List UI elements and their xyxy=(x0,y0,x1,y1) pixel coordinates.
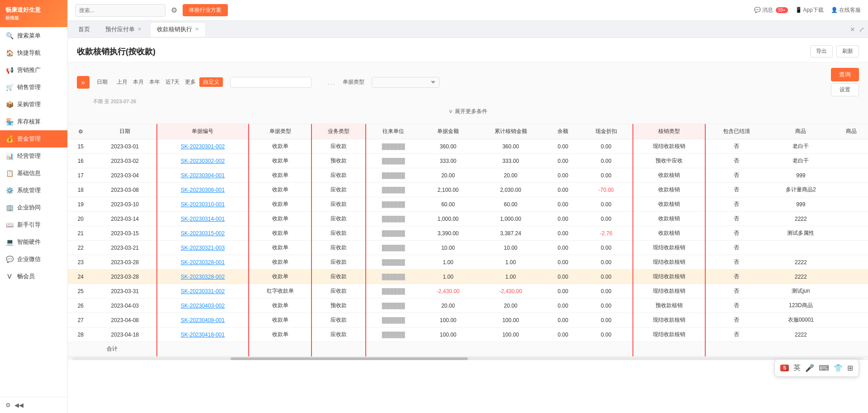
sidebar-label-enterprise: 企业协同 xyxy=(17,204,41,212)
collapse-icon[interactable]: ◀◀ xyxy=(14,402,24,408)
cell-partner: ██████ xyxy=(366,197,421,212)
cell-write-off-type: 收款核销 xyxy=(633,197,705,212)
sidebar-item-enterprise[interactable]: 🏢 企业协同 xyxy=(0,199,67,216)
bill-no-link[interactable]: SK-20230315-002 xyxy=(181,230,225,237)
tab-maximize-icon[interactable]: ⤢ xyxy=(859,26,864,33)
refresh-button[interactable]: 刷新 xyxy=(836,45,859,57)
cell-product2 xyxy=(834,313,868,328)
bill-no-link[interactable]: SK-20230403-002 xyxy=(181,303,225,309)
bill-no-link[interactable]: SK-20230328-002 xyxy=(181,274,225,280)
cell-date: 2023-03-04 xyxy=(94,168,157,183)
tab-collection-close[interactable]: ✕ xyxy=(195,26,199,32)
floating-translate-icon[interactable]: 英 xyxy=(793,363,801,373)
date-btn-more[interactable]: 更多 xyxy=(183,77,198,87)
cell-biz-type: 应收款 xyxy=(311,139,365,154)
tab-payable[interactable]: 预付应付单 ✕ xyxy=(99,22,148,37)
sidebar-item-system[interactable]: ⚙️ 系统管理 xyxy=(0,182,67,199)
cell-no: 19 xyxy=(68,197,94,212)
cell-date: 2023-03-21 xyxy=(94,241,157,255)
app-download-link[interactable]: 📱 App下载 xyxy=(795,6,824,14)
sidebar-item-sales[interactable]: 🛒 销售管理 xyxy=(0,79,67,96)
sidebar-item-search[interactable]: 🔍 搜索菜单 xyxy=(0,27,67,44)
cell-bill-no: SK-20230315-002 xyxy=(157,226,249,241)
notification-area[interactable]: 💬 消息 99+ xyxy=(754,6,788,14)
cell-product2 xyxy=(834,212,868,226)
cell-accum: 1.00 xyxy=(475,270,546,284)
sidebar-label-inventory: 库存核算 xyxy=(17,118,41,126)
cell-balance: 0.00 xyxy=(546,313,580,328)
bill-no-link[interactable]: SK-20230418-001 xyxy=(181,332,225,338)
topbar-search-input[interactable] xyxy=(75,4,165,17)
cell-partner: ██████ xyxy=(366,284,421,299)
sidebar-item-basic[interactable]: 📋 基础信息 xyxy=(0,165,67,182)
bill-no-link[interactable]: SK-20230304-001 xyxy=(181,172,225,179)
sidebar-item-finance[interactable]: 💰 资金管理 xyxy=(0,130,67,147)
date-btn-this-year[interactable]: 本年 xyxy=(147,77,162,87)
cell-date: 2023-03-28 xyxy=(94,255,157,270)
sidebar-item-hardware[interactable]: 💻 智能硬件 xyxy=(0,233,67,251)
filter-expand-button[interactable]: » xyxy=(77,76,90,89)
date-btn-this-month[interactable]: 本月 xyxy=(131,77,146,87)
cell-amount: 2,100.00 xyxy=(421,183,475,197)
sidebar-icon-wechat: 💬 xyxy=(5,256,14,263)
bill-no-link[interactable]: SK-20230308-001 xyxy=(181,187,225,193)
bill-no-link[interactable]: SK-20230314-001 xyxy=(181,216,225,222)
floating-mic-icon[interactable]: 🎤 xyxy=(805,364,814,372)
partner-input[interactable] xyxy=(230,77,311,88)
table-row: 21 2023-03-15 SK-20230315-002 收款单 应收款 ██… xyxy=(68,226,868,241)
th-bill-no: 单据编号 xyxy=(157,124,249,139)
filter-settings-button[interactable]: 设置 xyxy=(831,83,859,96)
bill-no-link[interactable]: SK-20230321-003 xyxy=(181,245,225,251)
date-btn-last-month[interactable]: 上月 xyxy=(115,77,129,87)
online-service-link[interactable]: 👤 在线客服 xyxy=(831,6,861,14)
bill-type-select[interactable]: 收款单 红字收款单 xyxy=(372,77,439,88)
tab-payable-close[interactable]: ✕ xyxy=(137,26,142,32)
tab-home[interactable]: 首页 xyxy=(71,22,97,37)
th-date: 日期 xyxy=(94,124,157,139)
bill-no-link[interactable]: SK-20230331-002 xyxy=(181,288,225,294)
custom-date-button[interactable]: 自定义 xyxy=(199,77,223,87)
sidebar-item-marketing[interactable]: 📢 营销推广 xyxy=(0,62,67,79)
sidebar-icon-sales: 🛒 xyxy=(5,84,14,91)
brand-icon: S xyxy=(780,365,789,371)
date-btn-7days[interactable]: 近7天 xyxy=(164,77,181,87)
sidebar-item-operations[interactable]: 📊 经营管理 xyxy=(0,147,67,165)
th-settings[interactable]: ⚙ xyxy=(68,124,94,139)
column-settings-icon[interactable]: ⚙ xyxy=(78,128,83,135)
floating-keyboard-icon[interactable]: ⌨ xyxy=(819,364,829,372)
industry-solution-button[interactable]: 体验行业方案 xyxy=(183,4,228,16)
topbar-gear-icon[interactable]: ⚙ xyxy=(171,6,177,14)
cell-write-off-type: 现结收款核销 xyxy=(633,270,705,284)
bill-no-link[interactable]: SK-20230301-002 xyxy=(181,143,225,150)
scroll-bar[interactable] xyxy=(68,356,868,360)
expand-more-button[interactable]: ∨ 展开更多条件 xyxy=(77,105,859,118)
tab-collection[interactable]: 收款核销执行 ✕ xyxy=(150,22,206,37)
sidebar-label-basic: 基础信息 xyxy=(17,169,41,177)
sidebar-item-guide[interactable]: 📖 新手引导 xyxy=(0,216,67,233)
export-button[interactable]: 导出 xyxy=(810,45,833,57)
cell-cash-discount: 0.00 xyxy=(580,197,633,212)
cell-amount: 60.00 xyxy=(421,197,475,212)
sidebar-item-vip[interactable]: V 畅会员 xyxy=(0,268,67,285)
cell-balance: 0.00 xyxy=(546,212,580,226)
th-accum: 累计核销金额 xyxy=(475,124,546,139)
bill-no-link[interactable]: SK-20230408-001 xyxy=(181,317,225,323)
bill-no-link[interactable]: SK-20230328-001 xyxy=(181,259,225,266)
floating-apps-icon[interactable]: ⊞ xyxy=(847,364,853,372)
sidebar-item-quicknav[interactable]: 🏠 快捷导航 xyxy=(0,44,67,62)
sidebar-item-purchase[interactable]: 📦 采购管理 xyxy=(0,96,67,113)
bill-no-link[interactable]: SK-20230302-002 xyxy=(181,158,225,164)
table-row: 26 2023-04-03 SK-20230403-002 收款单 预收款 ██… xyxy=(68,299,868,313)
settings-icon[interactable]: ⚙ xyxy=(5,402,11,408)
cell-bill-type: 收款单 xyxy=(249,139,311,154)
bill-no-link[interactable]: SK-20230310-001 xyxy=(181,201,225,208)
tab-close-all-icon[interactable]: ✕ xyxy=(850,26,855,33)
cell-include-settled: 否 xyxy=(705,328,768,342)
query-button[interactable]: 查询 xyxy=(831,68,859,81)
sidebar-icon-inventory: 🏪 xyxy=(5,118,14,125)
floating-tshirt-icon[interactable]: 👕 xyxy=(834,364,843,372)
cell-include-settled: 否 xyxy=(705,168,768,183)
sidebar-item-wechat[interactable]: 💬 企业微信 xyxy=(0,251,67,268)
page-title: 收款核销执行(按收款) xyxy=(77,46,156,57)
sidebar-item-inventory[interactable]: 🏪 库存核算 xyxy=(0,113,67,130)
